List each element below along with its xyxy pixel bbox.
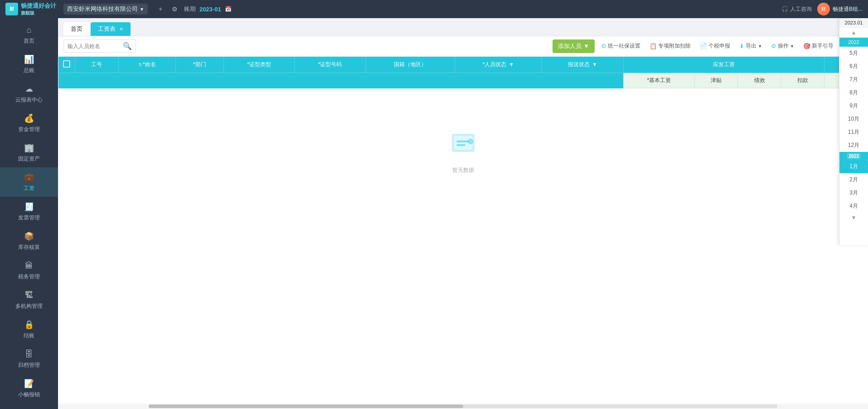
top-header: 财 畅捷通好会计 旗舰版 西安虾米网络科技有限公司 ▼ ＋ ⚙ 账期 2023-… — [0, 0, 868, 18]
tax-deduct-button[interactable]: 📋 专项附加扣除 — [647, 40, 693, 52]
header-should-pay: 应发工资 — [624, 57, 824, 73]
content-area: 首页 工资表 ✕ 🔍 添加人员 ▼ ⚙ 统一社保设置 📋 — [58, 18, 868, 409]
sidebar-item-invoice[interactable]: 🧾 发票管理 — [0, 197, 58, 226]
sidebar-item-label: 结账 — [24, 332, 34, 340]
logo-area: 财 畅捷通好会计 旗舰版 — [5, 2, 60, 16]
calendar-month-5[interactable]: 5月 — [839, 47, 868, 60]
calendar-month-11[interactable]: 11月 — [839, 126, 868, 139]
calendar-month-1[interactable]: 1月 — [839, 160, 868, 173]
tab-close-icon[interactable]: ✕ — [119, 26, 123, 32]
year-badge: 2023 — [847, 153, 860, 159]
sidebar-item-label: 归档管理 — [18, 361, 40, 369]
calendar-month-12[interactable]: 12月 — [839, 139, 868, 152]
header-checkbox[interactable] — [63, 60, 70, 68]
sidebar-item-asset[interactable]: 🏢 固定资产 — [0, 138, 58, 167]
sidebar-item-ledger[interactable]: 📊 总账 — [0, 49, 58, 79]
sidebar-item-label: 固定资产 — [18, 155, 40, 163]
sidebar-item-label: 小畅报销 — [18, 391, 40, 399]
new-guide-button[interactable]: 🎯 新手引导 — [800, 40, 836, 52]
operation-button[interactable]: ⚙ 操作 ▼ — [768, 40, 797, 52]
logo-text: 畅捷通好会计 旗舰版 — [21, 2, 56, 16]
report-status-filter-icon[interactable]: ▼ — [592, 62, 597, 67]
multi-icon: 🏗 — [24, 290, 34, 301]
tab-home[interactable]: 首页 — [63, 22, 90, 36]
empty-state: 暂无数据 — [58, 88, 868, 210]
personal-tax-label: 个税申报 — [708, 42, 730, 50]
tab-salary[interactable]: 工资表 ✕ — [91, 22, 131, 36]
calendar-period-display: 2023.01 — [839, 18, 868, 28]
calendar-month-9[interactable]: 9月 — [839, 99, 868, 112]
table-container: 工号 ⇅ *姓名 *部门 *证型类型 *证型号码 国籍（地区） — [58, 56, 868, 404]
sidebar-item-label: 首页 — [24, 37, 34, 45]
sidebar-item-home[interactable]: ⌂ 首页 — [0, 20, 58, 49]
sidebar-item-fund[interactable]: 💰 资金管理 — [0, 108, 58, 138]
company-name: 西安虾米网络科技有限公司 — [67, 5, 138, 13]
sub-header-deduction: 扣款 — [781, 73, 824, 88]
table-header-row1: 工号 ⇅ *姓名 *部门 *证型类型 *证型号码 国籍（地区） — [58, 57, 868, 73]
social-settings-button[interactable]: ⚙ 统一社保设置 — [598, 40, 643, 52]
sidebar-item-multi[interactable]: 🏗 多机构管理 — [0, 285, 58, 315]
close-books-icon: 🔒 — [24, 319, 34, 330]
add-person-button[interactable]: 添加人员 ▼ — [553, 39, 595, 53]
archive-icon: 🗄 — [24, 349, 34, 360]
tax-deduct-icon: 📋 — [650, 43, 657, 49]
calendar-month-4[interactable]: 4月 — [839, 200, 868, 213]
ledger-icon: 📊 — [24, 54, 34, 65]
operation-arrow-icon: ▼ — [790, 44, 794, 49]
avatar: 财 — [817, 3, 830, 15]
calendar-month-3[interactable]: 3月 — [839, 186, 868, 200]
salary-table: 工号 ⇅ *姓名 *部门 *证型类型 *证型号码 国籍（地区） — [58, 56, 868, 210]
sidebar-item-inventory[interactable]: 📦 库存核算 — [0, 226, 58, 256]
dropdown-arrow-icon: ▼ — [583, 43, 589, 49]
sidebar-item-salary[interactable]: 💼 工资 — [0, 167, 58, 197]
search-input[interactable] — [68, 43, 121, 49]
social-icon: ⚙ — [601, 43, 606, 49]
sidebar-item-report[interactable]: ☁ 云报表中心 — [0, 79, 58, 108]
calendar-month-7[interactable]: 7月 — [839, 73, 868, 86]
operation-icon: ⚙ — [771, 43, 776, 49]
calendar-icon[interactable]: 📅 — [225, 6, 232, 12]
header-report-status: 报送状态 ▼ — [542, 57, 624, 73]
sidebar-item-close[interactable]: 🔒 结账 — [0, 315, 58, 344]
sidebar-item-label: 库存核算 — [18, 243, 40, 251]
tab-salary-label: 工资表 — [98, 25, 116, 32]
sidebar-item-expense[interactable]: 📝 小畅报销 — [0, 374, 58, 403]
operation-label: 操作 — [778, 42, 789, 50]
sidebar-item-settings[interactable]: ⚙ 基础设置 — [0, 403, 58, 409]
scrollbar-thumb[interactable] — [149, 404, 463, 408]
header-actions: ＋ ⚙ 账期 2023-01 📅 — [155, 4, 232, 15]
sort-icon: ⇅ — [138, 62, 142, 67]
settings-icon[interactable]: ⚙ — [170, 4, 180, 15]
export-button[interactable]: ⬇ 导出 ▼ — [737, 40, 765, 52]
calendar-year-2022: 2022 — [839, 38, 868, 47]
h-scrollbar[interactable] — [58, 404, 868, 409]
calendar-month-10[interactable]: 10月 — [839, 112, 868, 126]
sidebar-item-tax[interactable]: 🏛 税务管理 — [0, 256, 58, 285]
header-person-status: *人员状态 ▼ — [455, 57, 542, 73]
export-icon: ⬇ — [739, 43, 744, 49]
top-right: 🎧 人工咨询 财 畅捷通B组... — [781, 3, 863, 15]
calendar-month-8[interactable]: 8月 — [839, 86, 868, 99]
calendar-down-nav[interactable]: ▼ — [839, 213, 868, 223]
add-person-label: 添加人员 — [558, 42, 582, 50]
sidebar-item-label: 多机构管理 — [15, 302, 43, 310]
search-icon: 🔍 — [123, 42, 132, 50]
calendar-up-nav[interactable]: ▲ — [839, 28, 868, 38]
add-icon[interactable]: ＋ — [155, 4, 166, 15]
company-selector[interactable]: 西安虾米网络科技有限公司 ▼ — [63, 4, 148, 15]
calendar-panel: 2023.01 ▲ 2022 5月 6月 7月 8月 9月 10月 11月 12… — [839, 18, 868, 245]
personal-tax-button[interactable]: 📄 个税申报 — [697, 40, 733, 52]
sidebar-item-label: 税务管理 — [18, 273, 40, 281]
person-status-filter-icon[interactable]: ▼ — [509, 62, 514, 67]
asset-icon: 🏢 — [24, 142, 34, 153]
user-info[interactable]: 财 畅捷通B组... — [817, 3, 863, 15]
calendar-month-2[interactable]: 2月 — [839, 173, 868, 186]
help-button[interactable]: 🎧 人工咨询 — [781, 5, 812, 13]
invoice-icon: 🧾 — [24, 201, 34, 212]
calendar-month-6[interactable]: 6月 — [839, 60, 868, 73]
header-checkbox-cell[interactable] — [58, 57, 75, 73]
sidebar-item-archive[interactable]: 🗄 归档管理 — [0, 344, 58, 374]
header-dept: *部门 — [176, 57, 223, 73]
help-label: 人工咨询 — [790, 5, 812, 13]
search-box[interactable]: 🔍 — [63, 39, 136, 53]
